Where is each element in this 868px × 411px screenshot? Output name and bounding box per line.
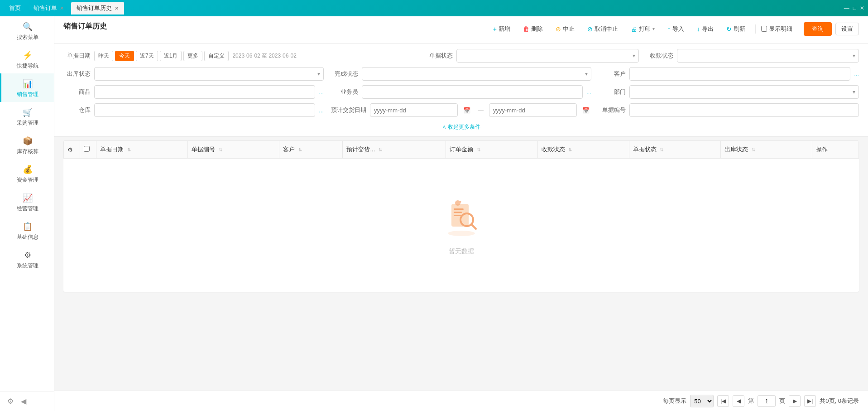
export-button[interactable]: ↓ 导出 — [692, 23, 718, 35]
order-status-select[interactable] — [456, 49, 638, 63]
th-customer[interactable]: 客户 ⇅ — [279, 141, 343, 159]
sidebar-bottom: ⚙ ◀ — [0, 391, 54, 411]
outbound-select[interactable] — [94, 67, 324, 81]
sidebar-item-system[interactable]: ⚙ 系统管理 — [0, 245, 54, 273]
sidebar-item-search-label: 搜索菜单 — [17, 34, 38, 41]
sidebar-item-finance-label: 资金管理 — [17, 176, 38, 184]
stop-icon: ⊘ — [556, 25, 561, 33]
first-page-button[interactable]: |◀ — [717, 395, 729, 407]
sidebar-item-basic-info[interactable]: 📋 基础信息 — [0, 216, 54, 245]
filter-complete: 完成状态 — [331, 67, 591, 81]
set-button[interactable]: 设置 — [835, 23, 859, 35]
stop-button[interactable]: ⊘ 中止 — [551, 23, 579, 35]
main-layout: 🔍 搜索菜单 ⚡ 快捷导航 📊 销售管理 🛒 采购管理 📦 库存核算 💰 资金管… — [0, 16, 868, 411]
complete-label: 完成状态 — [331, 70, 358, 78]
th-date[interactable]: 单据日期 ⇅ — [96, 141, 188, 159]
close-window-icon[interactable]: ✕ — [860, 5, 864, 11]
delivery-from-input[interactable] — [370, 103, 458, 117]
filter-area: 单据日期 昨天 今天 近7天 近1月 更多 自定义 2023-06-02 至 2… — [54, 44, 868, 137]
delivery-to-input[interactable] — [489, 103, 577, 117]
th-order-no[interactable]: 单据编号 ⇅ — [188, 141, 279, 159]
tab-sales-order-label: 销售订单 — [34, 4, 57, 12]
goods-input[interactable] — [94, 85, 315, 99]
table-settings-icon[interactable]: ⚙ — [67, 146, 73, 153]
tab-sales-order-close[interactable]: ✕ — [60, 5, 64, 11]
last-page-button[interactable]: ▶| — [804, 395, 816, 407]
filter-order-no: 单据编号 — [599, 103, 859, 117]
display-detail-checkbox[interactable] — [761, 26, 767, 32]
tab-home[interactable]: 首页 — [4, 2, 26, 15]
th-checkbox[interactable] — [80, 141, 96, 159]
settings-bottom-icon[interactable]: ⚙ — [7, 397, 14, 406]
sidebar-item-quicknav[interactable]: ⚡ 快捷导航 — [0, 45, 54, 73]
purchase-icon: 🛒 — [23, 107, 33, 117]
cancel-stop-button[interactable]: ⊘ 取消中止 — [583, 23, 623, 35]
display-detail-label: 显示明细 — [769, 25, 792, 33]
calendar-from-icon[interactable]: 📅 — [463, 107, 470, 114]
cancel-stop-icon: ⊘ — [587, 25, 593, 33]
page-size-select[interactable]: 20 50 100 200 — [690, 395, 714, 407]
sidebar-item-sales[interactable]: 📊 销售管理 — [0, 73, 54, 102]
print-arrow-icon: ▾ — [652, 26, 655, 31]
department-select[interactable] — [629, 85, 859, 99]
prev-page-button[interactable]: ◀ — [733, 395, 744, 407]
warehouse-input-wrapper — [94, 103, 315, 117]
next-page-button[interactable]: ▶ — [789, 395, 801, 407]
goods-ellipsis[interactable]: ... — [319, 89, 324, 96]
calendar-to-icon[interactable]: 📅 — [582, 107, 590, 114]
minimize-icon[interactable]: — — [844, 5, 849, 11]
date-btn-more[interactable]: 更多 — [183, 51, 202, 61]
customer-input[interactable] — [629, 67, 850, 81]
empty-row: 暂无数据 — [64, 159, 859, 292]
order-no-input[interactable] — [629, 103, 859, 117]
salesperson-label: 业务员 — [331, 88, 358, 96]
tab-sales-order-history[interactable]: 销售订单历史 ✕ — [71, 2, 124, 15]
display-detail-toggle[interactable]: 显示明细 — [761, 25, 792, 33]
print-button[interactable]: 🖨 打印 ▾ — [626, 23, 659, 35]
print-icon: 🖨 — [631, 25, 637, 33]
th-amount[interactable]: 订单金额 ⇅ — [446, 141, 537, 159]
customer-ellipsis[interactable]: ... — [854, 71, 859, 77]
sidebar-item-system-label: 系统管理 — [17, 262, 38, 270]
tab-sales-order[interactable]: 销售订单 ✕ — [28, 2, 69, 15]
salesperson-input[interactable] — [362, 85, 583, 99]
th-order-status[interactable]: 单据状态 ⇅ — [629, 141, 720, 159]
th-settings[interactable]: ⚙ — [64, 141, 80, 159]
sidebar-item-purchase[interactable]: 🛒 采购管理 — [0, 102, 54, 131]
th-outbound-status[interactable]: 出库状态 ⇅ — [721, 141, 812, 159]
th-delivery-sort-icon: ⇅ — [379, 147, 382, 152]
date-filter-row: 昨天 今天 近7天 近1月 更多 自定义 2023-06-02 至 2023-0… — [94, 51, 418, 61]
tab-sales-order-history-close[interactable]: ✕ — [115, 5, 119, 11]
new-button[interactable]: + 新增 — [489, 23, 515, 35]
date-btn-custom[interactable]: 自定义 — [204, 51, 229, 61]
date-btn-yesterday[interactable]: 昨天 — [94, 51, 113, 61]
filter-department: 部门 — [599, 85, 859, 99]
th-delivery[interactable]: 预计交货... ⇅ — [343, 141, 446, 159]
date-btn-1month[interactable]: 近1月 — [160, 51, 182, 61]
search-menu-icon: 🔍 — [23, 22, 33, 32]
sidebar-item-search[interactable]: 🔍 搜索菜单 — [0, 16, 54, 45]
collapse-sidebar-icon[interactable]: ◀ — [21, 397, 26, 406]
import-button[interactable]: ↑ 导入 — [663, 23, 689, 35]
import-label: 导入 — [672, 25, 684, 33]
warehouse-input[interactable] — [94, 103, 315, 117]
collapse-button[interactable]: ∧ 收起更多条件 — [442, 123, 480, 131]
receipt-status-select[interactable] — [677, 49, 859, 63]
page-title: 销售订单历史 — [63, 22, 107, 31]
delete-button[interactable]: 🗑 删除 — [518, 23, 547, 35]
date-btn-today[interactable]: 今天 — [115, 51, 134, 61]
complete-select[interactable] — [362, 67, 591, 81]
sidebar-item-finance[interactable]: 💰 资金管理 — [0, 159, 54, 188]
sidebar-item-inventory[interactable]: 📦 库存核算 — [0, 131, 54, 159]
sidebar-item-operations[interactable]: 📈 经营管理 — [0, 188, 54, 216]
date-btn-7days[interactable]: 近7天 — [136, 51, 158, 61]
page-number-input[interactable] — [758, 395, 776, 407]
salesperson-ellipsis[interactable]: ... — [586, 89, 591, 96]
refresh-button[interactable]: ↻ 刷新 — [722, 23, 750, 35]
query-button[interactable]: 查询 — [804, 22, 832, 36]
maximize-icon[interactable]: □ — [853, 5, 856, 11]
outbound-label: 出库状态 — [63, 70, 91, 78]
select-all-checkbox[interactable] — [84, 146, 90, 152]
warehouse-ellipsis[interactable]: ... — [319, 107, 324, 114]
th-receipt-status[interactable]: 收款状态 ⇅ — [537, 141, 629, 159]
